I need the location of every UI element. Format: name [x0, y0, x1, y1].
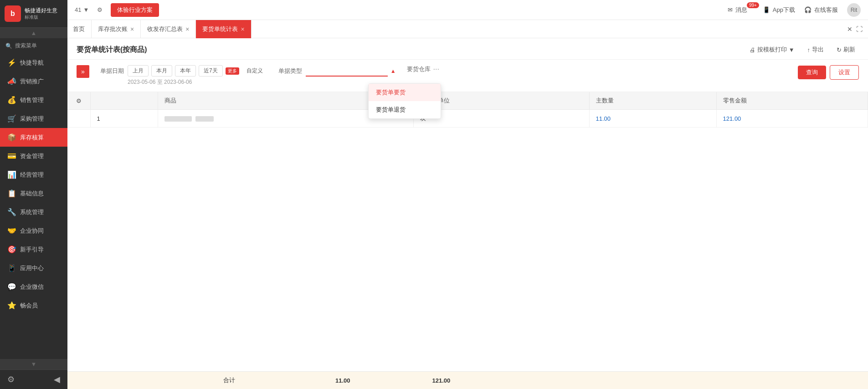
row-seq: 1 — [90, 110, 158, 128]
filter-expand-btn[interactable]: » — [77, 65, 89, 78]
tab-close-receivable[interactable]: × — [185, 26, 189, 33]
export-btn[interactable]: ↑ 导出 — [804, 44, 828, 56]
this-year-btn[interactable]: 本年 — [175, 65, 196, 77]
online-service-btn[interactable]: 🎧 在线客服 — [804, 6, 838, 14]
filter-bar: » 单据日期 上月 本月 本年 近7天 更多 自定义 2023-05-06 至 … — [67, 60, 868, 92]
sidebar-item-label: 库存核算 — [20, 133, 44, 142]
page-header: 要货单统计表(按商品) 🖨 按模板打印 ▼ ↑ 导出 ↻ 刷新 — [67, 38, 868, 60]
app-download-label: App下载 — [773, 6, 795, 14]
sidebar-item-marketing[interactable]: 📣 营销推广 — [0, 72, 67, 91]
tab-close-order-stats[interactable]: × — [241, 26, 244, 33]
tab-order-stats[interactable]: 要货单统计表 × — [196, 20, 251, 38]
nav-breadcrumb[interactable]: 41 ▼ — [75, 6, 89, 13]
sidebar-item-app-center[interactable]: 📱 应用中心 — [0, 259, 67, 277]
logo-text: 畅捷通好生意 — [25, 7, 57, 15]
sidebar-item-operations[interactable]: 📊 经营管理 — [0, 165, 67, 184]
app-download-btn[interactable]: 📱 App下载 — [763, 6, 795, 14]
dropdown-option-1[interactable]: 要货单退货 — [369, 101, 441, 118]
sidebar-bottom: ⚙ ◀ — [0, 369, 67, 389]
sidebar-item-label: 快捷导航 — [20, 59, 44, 67]
tab-batch-account[interactable]: 库存批次账 × — [92, 20, 141, 38]
chevron-down-icon: ▼ — [789, 46, 795, 53]
sidebar-item-label: 新手引导 — [20, 246, 44, 254]
type-dropdown-arrow[interactable]: ▲ — [390, 68, 396, 74]
finance-icon: 💳 — [7, 152, 15, 160]
phone-icon: 📱 — [763, 6, 770, 13]
sidebar-item-cooperation[interactable]: 🤝 企业协同 — [0, 221, 67, 240]
sidebar-item-inventory[interactable]: 📦 库存核算 — [0, 128, 67, 147]
page-title: 要货单统计表(按商品) — [77, 45, 147, 55]
sidebar-scroll-down[interactable]: ▼ — [0, 359, 67, 369]
query-btn[interactable]: 查询 — [798, 66, 826, 79]
trial-btn[interactable]: 体验行业方案 — [111, 3, 159, 17]
type-dropdown-popup: 要货单要货 要货单退货 — [368, 83, 441, 119]
type-filter-input[interactable] — [306, 65, 388, 77]
operations-icon: 📊 — [7, 170, 15, 179]
tab-home[interactable]: 首页 — [73, 20, 92, 38]
tab-receivable-summary[interactable]: 收发存汇总表 × — [141, 20, 196, 38]
app-center-icon: 📱 — [7, 264, 15, 272]
sidebar-logo: b 畅捷通好生意 标准版 — [0, 0, 67, 28]
sidebar-nav: ⚡ 快捷导航 📣 营销推广 💰 销售管理 🛒 采购管理 📦 库存核算 💳 资金管… — [0, 53, 67, 359]
warehouse-filter-group: 要货仓库 ··· — [407, 65, 439, 73]
sidebar-item-label: 企业微信 — [20, 283, 44, 291]
sidebar-item-finance[interactable]: 💳 资金管理 — [0, 147, 67, 165]
col-settings-header[interactable]: ⚙ — [67, 92, 90, 110]
dropdown-option-0[interactable]: 要货单要货 — [369, 84, 441, 101]
print-template-btn[interactable]: 🖨 按模板打印 ▼ — [746, 44, 798, 56]
table-wrap: ⚙ 商品 主计量单位 主数量 零售金额 1 — [67, 92, 868, 128]
sidebar-item-guide[interactable]: 🎯 新手引导 — [0, 240, 67, 259]
type-filter-group: 单据类型 ▲ — [278, 65, 396, 77]
warehouse-more-btn[interactable]: ··· — [433, 65, 439, 73]
last-month-btn[interactable]: 上月 — [128, 65, 149, 77]
print-label: 按模板打印 — [757, 46, 787, 54]
last-7-days-btn[interactable]: 近7天 — [199, 65, 223, 77]
cooperation-icon: 🤝 — [7, 226, 15, 235]
table-footer: 合计 11.00 121.00 — [67, 371, 868, 389]
message-label: 消息 — [735, 6, 747, 14]
tab-fullscreen-icon[interactable]: ⛶ — [856, 26, 863, 33]
sidebar-item-quick-nav[interactable]: ⚡ 快捷导航 — [0, 53, 67, 72]
filter-settings-btn[interactable]: 设置 — [830, 65, 859, 80]
sidebar-item-label: 基础信息 — [20, 189, 44, 198]
row-settings-cell — [67, 110, 90, 128]
date-range-display: 2023-05-06 至 2023-06-06 — [128, 78, 192, 86]
nav-number: 41 — [75, 6, 81, 13]
settings-icon[interactable]: ⚙ — [7, 374, 15, 384]
sidebar-item-wechat[interactable]: 💬 企业微信 — [0, 277, 67, 296]
collapse-icon[interactable]: ◀ — [54, 374, 60, 384]
sidebar-scroll-up[interactable]: ▲ — [0, 28, 67, 38]
table-row: 1 块 11.00 121.00 — [67, 110, 868, 128]
qty-link[interactable]: 11.00 — [596, 115, 611, 122]
sidebar-item-label: 采购管理 — [20, 115, 44, 123]
amount-link[interactable]: 121.00 — [723, 115, 741, 122]
marketing-icon: 📣 — [7, 77, 15, 86]
gear-button[interactable]: ⚙ — [93, 4, 106, 16]
wechat-icon: 💬 — [7, 282, 15, 291]
sidebar-item-system[interactable]: 🔧 系统管理 — [0, 203, 67, 221]
basic-info-icon: 📋 — [7, 189, 15, 198]
sidebar-item-sales[interactable]: 💰 销售管理 — [0, 91, 67, 109]
this-month-btn[interactable]: 本月 — [151, 65, 172, 77]
data-table: ⚙ 商品 主计量单位 主数量 零售金额 1 — [67, 92, 868, 128]
more-badge[interactable]: 更多 — [226, 67, 239, 75]
sidebar-item-purchase[interactable]: 🛒 采购管理 — [0, 109, 67, 128]
custom-date-btn[interactable]: 自定义 — [242, 66, 267, 76]
sidebar-item-label: 营销推广 — [20, 77, 44, 86]
sidebar-item-label: 畅会员 — [20, 302, 38, 310]
sidebar-item-basic-info[interactable]: 📋 基础信息 — [0, 184, 67, 203]
topbar: 41 ▼ ⚙ 体验行业方案 ✉ 消息 99+ 📱 App下载 🎧 在线客服 Ri… — [67, 0, 868, 20]
refresh-btn[interactable]: ↻ 刷新 — [833, 44, 859, 56]
tabs-bar: 首页 库存批次账 × 收发存汇总表 × 要货单统计表 × ✕ ⛶ — [67, 20, 868, 38]
tab-close-batch[interactable]: × — [130, 26, 134, 33]
message-btn[interactable]: ✉ 消息 99+ — [728, 6, 754, 14]
logo-icon: b — [5, 5, 21, 22]
date-filter-group: 单据日期 上月 本月 本年 近7天 更多 自定义 2023-05-06 至 20… — [100, 65, 267, 86]
main-area: 41 ▼ ⚙ 体验行业方案 ✉ 消息 99+ 📱 App下载 🎧 在线客服 Ri… — [67, 0, 868, 389]
sidebar-search[interactable]: 🔍 搜索菜单 — [0, 38, 67, 53]
sidebar-item-label: 应用中心 — [20, 264, 44, 272]
tab-maximize-icon[interactable]: ✕ — [847, 26, 853, 33]
user-avatar[interactable]: Rit — [847, 3, 861, 17]
sidebar-item-vip[interactable]: ⭐ 畅会员 — [0, 296, 67, 315]
purchase-icon: 🛒 — [7, 114, 15, 123]
